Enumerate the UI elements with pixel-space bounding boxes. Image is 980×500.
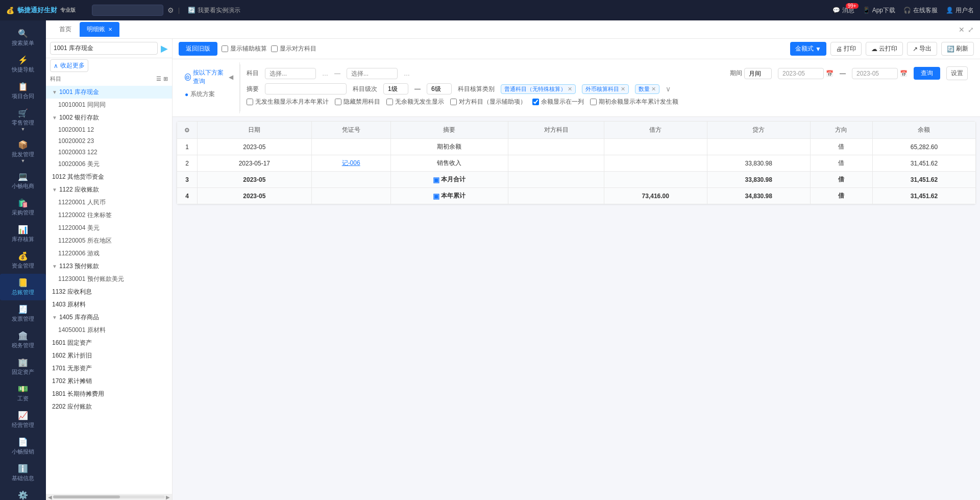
tree-item-1012[interactable]: 1012 其他货币资金 bbox=[46, 171, 172, 183]
tree-item-1701[interactable]: 1701 无形资产 bbox=[46, 362, 172, 375]
query-settings-button[interactable]: 设置 bbox=[946, 66, 968, 80]
table-settings-icon[interactable]: ⚙ bbox=[184, 127, 190, 134]
sidebar-item-search[interactable]: 🔍 搜索菜单 bbox=[0, 25, 46, 51]
tab-home[interactable]: 首页 bbox=[52, 22, 79, 37]
calendar-to-icon[interactable]: 📅 bbox=[900, 70, 908, 77]
demo-link[interactable]: 🔄 我要看实例演示 bbox=[188, 6, 240, 15]
online-service-button[interactable]: 🎧 在线客服 bbox=[903, 6, 938, 15]
period-from-input[interactable] bbox=[778, 68, 824, 79]
sidebar-item-general[interactable]: 📒 总账管理 bbox=[0, 274, 46, 300]
tree-item-1002[interactable]: ▼ 1002 银行存款 bbox=[46, 111, 172, 124]
tree-item-1403[interactable]: 1403 原材料 bbox=[46, 298, 172, 311]
tree-item-10020001[interactable]: 10020001 12 bbox=[46, 124, 172, 135]
sidebar-item-purchase[interactable]: 🛍️ 采购管理 bbox=[0, 194, 46, 221]
tree-item-1122[interactable]: ▼ 1122 应收账款 bbox=[46, 183, 172, 196]
tag-foreign-close[interactable]: ✕ bbox=[621, 86, 625, 92]
tree-item-1601[interactable]: 1601 固定资产 bbox=[46, 337, 172, 349]
tree-item-1702[interactable]: 1702 累计摊销 bbox=[46, 375, 172, 388]
tree-list-icon[interactable]: ☰ bbox=[156, 76, 161, 82]
tree-item-10010001[interactable]: 10010001 同同同 bbox=[46, 99, 172, 111]
tag-normal-close[interactable]: ✕ bbox=[568, 86, 572, 92]
system-scheme-option[interactable]: ● 系统方案 bbox=[183, 88, 235, 101]
tree-item-10020002[interactable]: 10020002 23 bbox=[46, 135, 172, 147]
tree-item-1123[interactable]: ▼ 1123 预付账款 bbox=[46, 260, 172, 273]
subject-from-input[interactable] bbox=[265, 68, 316, 79]
sidebar-item-assets[interactable]: 🏢 固定资产 bbox=[0, 353, 46, 380]
tree-item-11220002[interactable]: 11220002 往来标签 bbox=[46, 209, 172, 222]
tree-item-11220004[interactable]: 11220004 美元 bbox=[46, 222, 172, 234]
tab-fullscreen-icon[interactable]: ⤢ bbox=[968, 26, 974, 34]
amount-format-dropdown[interactable]: 金额式 ▼ bbox=[790, 42, 826, 56]
sidebar-item-ecommerce[interactable]: 💻 小畅电商 bbox=[0, 168, 46, 194]
cb-no-balance[interactable]: 无余额无发生显示 bbox=[386, 98, 444, 106]
cloud-print-button[interactable]: ☁ 云打印 bbox=[866, 42, 903, 56]
query-search-button[interactable]: 查询 bbox=[914, 67, 940, 80]
sidebar-item-invoice[interactable]: 🧾 发票管理 bbox=[0, 300, 46, 327]
tab-ledger-close[interactable]: ✕ bbox=[108, 27, 112, 32]
tab-ledger[interactable]: 明细账 ✕ bbox=[80, 22, 119, 37]
level-from-select[interactable]: 1级 bbox=[383, 83, 408, 94]
voucher-link-2[interactable]: 记-006 bbox=[342, 159, 360, 166]
more-options-icon[interactable]: ∨ bbox=[666, 85, 671, 93]
sidebar-item-system[interactable]: ⚙️ 系统管理 bbox=[0, 486, 46, 500]
tree-item-1001[interactable]: ▼ 1001 库存现金 bbox=[46, 86, 172, 99]
cb-hide-disabled[interactable]: 隐藏禁用科目 bbox=[335, 98, 380, 106]
query-scheme-button[interactable]: ⚙ 按以下方案查询 ◀ bbox=[183, 66, 235, 88]
sidebar-item-wholesale[interactable]: 📦 批发管理 ▼ bbox=[0, 136, 46, 168]
subject-nav-arrow[interactable]: ▶ bbox=[161, 43, 168, 54]
tag-quantity-close[interactable]: ✕ bbox=[651, 86, 656, 92]
export-button[interactable]: ↗ 导出 bbox=[907, 42, 937, 56]
tag-foreign-currency[interactable]: 外币核算科目 ✕ bbox=[582, 84, 629, 94]
summary-input[interactable] bbox=[265, 83, 347, 94]
tree-item-14050001[interactable]: 14050001 原材料 bbox=[46, 324, 172, 337]
sidebar-item-operation[interactable]: 📈 经营管理 bbox=[0, 407, 46, 433]
tree-expand-icon[interactable]: ⊞ bbox=[163, 76, 168, 82]
show-opposite-checkbox[interactable]: 显示对方科目 bbox=[271, 44, 316, 53]
cb-no-amount[interactable]: 无发生额显示本月本年累计 bbox=[247, 98, 329, 106]
tree-item-2202[interactable]: 2202 应付账款 bbox=[46, 400, 172, 413]
col-settings[interactable]: ⚙ bbox=[177, 122, 198, 139]
sidebar-item-stock[interactable]: 📊 库存核算 bbox=[0, 221, 46, 247]
cb-opening-balance[interactable]: 期初余额显示本年累计发生额 bbox=[590, 98, 678, 106]
tree-item-10020003[interactable]: 10020003 122 bbox=[46, 147, 172, 158]
back-to-old-button[interactable]: 返回旧版 bbox=[179, 42, 217, 56]
print-button[interactable]: 🖨 打印 bbox=[830, 42, 862, 56]
sidebar-item-quick-nav[interactable]: ⚡ 快捷导航 bbox=[0, 51, 46, 78]
sidebar-item-sales-report[interactable]: 📄 小畅报销 bbox=[0, 433, 46, 460]
topbar-settings-icon[interactable]: ⚙ bbox=[167, 6, 174, 14]
app-download-button[interactable]: 📱 App下载 bbox=[863, 6, 895, 15]
period-to-input[interactable] bbox=[852, 68, 898, 79]
scroll-right-icon[interactable]: ▶ bbox=[166, 494, 170, 500]
sidebar-item-tax[interactable]: 🏛️ 税务管理 bbox=[0, 327, 46, 353]
sidebar-item-retail[interactable]: 🛒 零售管理 ▼ bbox=[0, 104, 46, 136]
calendar-from-icon[interactable]: 📅 bbox=[826, 70, 834, 77]
tree-scroll-bar[interactable]: ◀ ▶ bbox=[46, 494, 172, 500]
message-button[interactable]: 💬 消息 99+ bbox=[832, 6, 854, 15]
subject-to-input[interactable] bbox=[347, 68, 398, 79]
show-aux-calc-checkbox[interactable]: 显示辅助核算 bbox=[222, 44, 267, 53]
scroll-left-icon[interactable]: ◀ bbox=[48, 494, 52, 500]
level-to-select[interactable]: 6级 bbox=[427, 83, 452, 94]
tag-normal-subject[interactable]: 普通科目（无特殊核算） ✕ bbox=[501, 84, 576, 94]
collapse-more-button[interactable]: ∧ 收起更多 bbox=[50, 59, 88, 72]
cb-balance-one-col[interactable]: 余额显示在一列 bbox=[532, 98, 584, 106]
tree-item-1132[interactable]: 1132 应收利息 bbox=[46, 285, 172, 298]
refresh-button[interactable]: 🔄 刷新 bbox=[941, 42, 974, 56]
tree-item-11220006[interactable]: 11220006 游戏 bbox=[46, 247, 172, 260]
tree-item-11220005[interactable]: 11220005 所在地区 bbox=[46, 234, 172, 247]
sidebar-item-basic[interactable]: ℹ️ 基础信息 bbox=[0, 460, 46, 486]
tree-item-11230001[interactable]: 11230001 预付账款美元 bbox=[46, 273, 172, 285]
period-type-select[interactable]: 月间 bbox=[744, 68, 772, 79]
tab-close-all-icon[interactable]: ✕ bbox=[959, 26, 965, 34]
tag-quantity[interactable]: 数量 ✕ bbox=[635, 84, 659, 94]
sidebar-item-finance[interactable]: 💰 资金管理 bbox=[0, 247, 46, 274]
user-avatar[interactable]: 👤 用户名 bbox=[946, 6, 974, 15]
cb-opposite-subject[interactable]: 对方科目（显示辅助项） bbox=[450, 98, 526, 106]
tree-item-11220001[interactable]: 11220001 人民币 bbox=[46, 196, 172, 209]
sidebar-item-project[interactable]: 📋 项目合同 bbox=[0, 78, 46, 104]
topbar-search-input[interactable] bbox=[92, 5, 163, 16]
tree-item-1405[interactable]: ▼ 1405 库存商品 bbox=[46, 311, 172, 324]
tree-item-1602[interactable]: 1602 累计折旧 bbox=[46, 349, 172, 362]
subject-selector[interactable]: 1001 库存现金 bbox=[50, 42, 158, 55]
sidebar-item-salary[interactable]: 💵 工资 bbox=[0, 380, 46, 407]
